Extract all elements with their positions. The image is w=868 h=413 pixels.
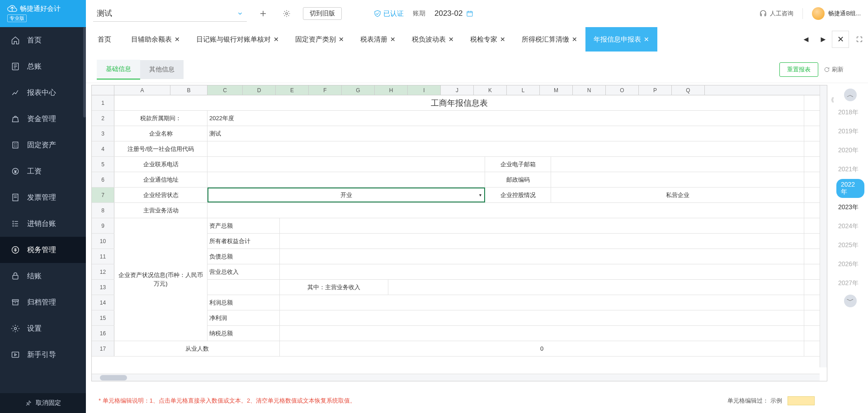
cell[interactable]: 其中：主营业务收入	[280, 280, 388, 295]
rail-collapse[interactable]: ⟪	[829, 90, 835, 108]
col-header-J[interactable]: J	[441, 85, 474, 95]
col-header-A[interactable]: A	[114, 85, 170, 95]
cell[interactable]: 企业控股情况	[485, 188, 551, 202]
cell[interactable]: 企业通信地址	[114, 172, 208, 187]
tabs-prev[interactable]: ◄	[797, 31, 815, 48]
cell[interactable]: 测试	[208, 126, 804, 141]
col-header-O[interactable]: O	[606, 85, 639, 95]
cell[interactable]: 营业总收入	[208, 264, 280, 279]
cell[interactable]: 0	[280, 341, 804, 356]
nav-close-books[interactable]: 结账	[0, 263, 86, 289]
col-header-B[interactable]: B	[170, 85, 208, 95]
merged-cell-asset-info[interactable]: 企业资产状况信息(币种：人民币万元)	[114, 218, 208, 341]
cell[interactable]	[388, 280, 804, 295]
row-header-14[interactable]: 14	[92, 295, 114, 310]
settings-button[interactable]	[279, 6, 294, 21]
unpin-button[interactable]: 取消固定	[0, 393, 86, 413]
vertical-scrollbar[interactable]	[820, 85, 827, 367]
year-2023年[interactable]: 2023年	[836, 198, 864, 217]
nav-funds[interactable]: 资金管理	[0, 106, 86, 132]
refresh-button[interactable]: 刷新	[824, 66, 857, 74]
close-icon[interactable]: ✕	[448, 36, 454, 43]
cell[interactable]: 从业人数	[114, 341, 280, 356]
cell[interactable]	[280, 249, 804, 264]
row-header-13[interactable]: 13	[92, 280, 114, 295]
col-header-P[interactable]: P	[639, 85, 672, 95]
nav-settings[interactable]: 设置	[0, 315, 86, 342]
cell[interactable]: 资产总额	[208, 218, 280, 233]
company-dropdown[interactable]: 测试	[93, 5, 247, 22]
nav-salary[interactable]: 工资	[0, 158, 86, 184]
cell[interactable]	[280, 295, 804, 310]
row-header-6[interactable]: 6	[92, 172, 114, 187]
close-icon[interactable]: ✕	[175, 36, 180, 43]
close-icon[interactable]: ✕	[274, 36, 279, 43]
nav-ledger[interactable]: 总账	[0, 53, 86, 80]
cell[interactable]	[208, 203, 804, 218]
cell[interactable]: 负债总额	[208, 249, 280, 264]
tabs-next[interactable]: ►	[815, 31, 832, 48]
col-header-H[interactable]: H	[375, 85, 408, 95]
cell[interactable]	[280, 310, 804, 325]
tab-2[interactable]: 固定资产类别✕	[287, 27, 352, 52]
col-header-L[interactable]: L	[507, 85, 540, 95]
tab-7[interactable]: 年报信息申报表✕	[585, 27, 657, 52]
row-header-7[interactable]: 7	[92, 188, 114, 202]
grid-body[interactable]: 1工商年报信息表2税款所属期间：2022年度3企业名称测试4注册号/统一社会信用…	[92, 95, 827, 357]
cell[interactable]: 企业联系电话	[114, 157, 208, 172]
col-header-F[interactable]: F	[309, 85, 342, 95]
year-next[interactable]: ﹀	[844, 295, 857, 307]
active-cell[interactable]: 开业	[208, 188, 485, 202]
cell[interactable]: 净利润	[208, 310, 280, 325]
close-icon[interactable]: ✕	[644, 36, 649, 43]
nav-reports[interactable]: 报表中心	[0, 80, 86, 106]
tab-3[interactable]: 税表清册✕	[352, 27, 404, 52]
subtab-basic[interactable]: 基础信息	[97, 60, 140, 80]
close-icon[interactable]: ✕	[339, 36, 344, 43]
period-picker[interactable]: 2023-02	[434, 9, 473, 18]
row-header-5[interactable]: 5	[92, 157, 114, 172]
col-header-M[interactable]: M	[540, 85, 573, 95]
cell[interactable]: 2022年度	[208, 111, 804, 126]
cell[interactable]: 利润总额	[208, 295, 280, 310]
col-header-I[interactable]: I	[408, 85, 441, 95]
cell[interactable]	[551, 172, 804, 187]
fullscreen-button[interactable]	[851, 31, 868, 48]
cell[interactable]	[280, 326, 804, 341]
cell[interactable]: 主营业务活动	[114, 203, 208, 218]
close-icon[interactable]: ✕	[390, 36, 396, 43]
horizontal-scrollbar[interactable]	[92, 374, 820, 381]
cell[interactable]: 纳税总额	[208, 326, 280, 341]
tab-home[interactable]: 首页	[86, 27, 123, 52]
nav-guide[interactable]: 新手引导	[0, 342, 86, 368]
tabs-close-all[interactable]: ✕	[832, 31, 849, 48]
col-header-K[interactable]: K	[474, 85, 507, 95]
tab-0[interactable]: 目辅助余额表✕	[123, 27, 188, 52]
reset-button[interactable]: 重置报表	[779, 62, 818, 77]
nav-tax[interactable]: 税务管理	[0, 237, 86, 263]
cell[interactable]	[208, 280, 280, 295]
row-header-10[interactable]: 10	[92, 234, 114, 249]
nav-inventory[interactable]: 进销台账	[0, 211, 86, 237]
cell[interactable]: 所有者权益合计	[208, 234, 280, 249]
cell[interactable]: 私营企业	[551, 188, 804, 202]
col-header-Q[interactable]: Q	[672, 85, 705, 95]
row-header-15[interactable]: 15	[92, 310, 114, 325]
cell[interactable]: 邮政编码	[485, 172, 551, 187]
row-header-11[interactable]: 11	[92, 249, 114, 264]
cell[interactable]: 注册号/统一社会信用代码	[114, 141, 208, 156]
cell[interactable]	[208, 172, 485, 187]
close-icon[interactable]: ✕	[572, 36, 577, 43]
row-header-17[interactable]: 17	[92, 341, 114, 356]
row-header-3[interactable]: 3	[92, 126, 114, 141]
cell[interactable]	[280, 264, 804, 279]
cell[interactable]	[280, 218, 804, 233]
subtab-other[interactable]: 其他信息	[140, 60, 184, 79]
cell[interactable]: 企业名称	[114, 126, 208, 141]
row-header-8[interactable]: 8	[92, 203, 114, 218]
consult-button[interactable]: 人工咨询	[759, 9, 793, 18]
col-header-E[interactable]: E	[276, 85, 309, 95]
select-all-corner[interactable]	[92, 85, 114, 95]
year-2022年[interactable]: 2022年	[836, 179, 864, 198]
tab-4[interactable]: 税负波动表✕	[404, 27, 462, 52]
